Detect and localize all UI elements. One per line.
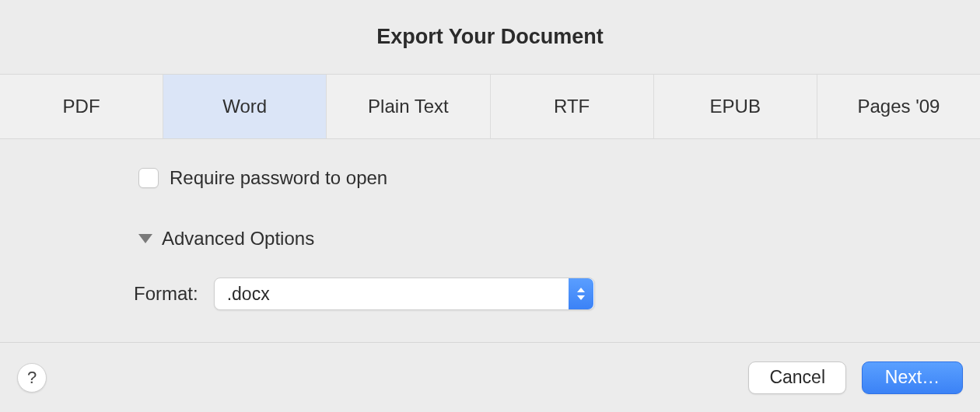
format-row: Format: .docx — [134, 278, 980, 310]
require-password-checkbox[interactable] — [138, 168, 159, 188]
tab-plain-text[interactable]: Plain Text — [327, 75, 490, 138]
require-password-row: Require password to open — [138, 167, 980, 189]
tab-label: Word — [222, 96, 267, 117]
stepper-arrows-icon — [569, 278, 593, 309]
chevron-up-icon — [577, 288, 585, 292]
help-button[interactable]: ? — [17, 363, 47, 393]
dialog-footer: ? Cancel Next… — [0, 342, 980, 412]
options-panel: Require password to open Advanced Option… — [0, 139, 980, 310]
tab-label: Plain Text — [368, 96, 449, 117]
tab-label: PDF — [63, 96, 100, 117]
advanced-options-toggle[interactable]: Advanced Options — [138, 228, 980, 250]
tab-pdf[interactable]: PDF — [0, 75, 163, 138]
chevron-down-icon — [577, 295, 585, 300]
tab-label: RTF — [554, 96, 590, 117]
tab-label: EPUB — [710, 96, 761, 117]
dialog-title: Export Your Document — [376, 25, 604, 49]
tab-rtf[interactable]: RTF — [491, 75, 654, 138]
next-button-label: Next… — [885, 367, 940, 388]
tab-label: Pages '09 — [857, 96, 940, 117]
require-password-label: Require password to open — [170, 167, 387, 189]
next-button[interactable]: Next… — [862, 361, 963, 394]
format-selected-value: .docx — [215, 284, 594, 305]
tab-word[interactable]: Word — [163, 75, 327, 138]
format-tabs: PDF Word Plain Text RTF EPUB Pages '09 — [0, 74, 980, 139]
advanced-options-label: Advanced Options — [162, 228, 314, 250]
tab-pages-09[interactable]: Pages '09 — [817, 75, 980, 138]
cancel-button[interactable]: Cancel — [748, 361, 846, 394]
tab-epub[interactable]: EPUB — [654, 75, 817, 138]
dialog-header: Export Your Document — [0, 0, 980, 74]
disclosure-triangle-icon — [138, 234, 152, 243]
help-icon: ? — [27, 368, 37, 388]
format-select[interactable]: .docx — [214, 278, 595, 310]
format-label: Format: — [134, 283, 198, 305]
cancel-button-label: Cancel — [769, 367, 825, 388]
